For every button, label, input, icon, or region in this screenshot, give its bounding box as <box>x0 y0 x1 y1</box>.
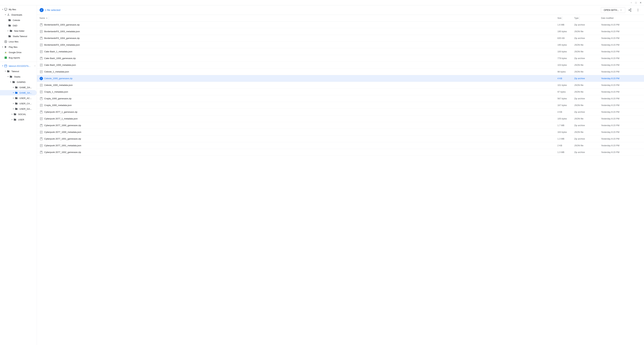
close-button[interactable]: ✕ <box>639 1 643 5</box>
svg-rect-17 <box>41 38 42 38</box>
sidebar-item-user-ga[interactable]: USER_GA... <box>0 106 37 112</box>
table-row[interactable]: Cyberpunk 2077_1002_gamesave.zip 1.3 MB … <box>37 149 644 156</box>
file-date: Yesterday 8:15 PM <box>601 24 634 26</box>
expand-linux-arrow <box>1 40 4 43</box>
col-type-header[interactable]: Type <box>574 16 601 20</box>
sidebar-item-stadia[interactable]: Stadia <box>0 74 37 79</box>
sidebar-item-user[interactable]: USER <box>0 117 37 122</box>
sidebar-item-takeout[interactable]: Takeout <box>0 68 37 74</box>
open-with-button[interactable]: OPEN WITH... <box>601 7 625 13</box>
file-type-icon <box>40 50 43 53</box>
sidebar-item-user-ca[interactable]: USER_CA... <box>0 101 37 106</box>
table-row[interactable]: Crayta_1000_metadata.json 167 bytes JSON… <box>37 102 644 109</box>
table-row[interactable]: Cyberpunk 2077_1_metadata.json 105 bytes… <box>37 116 644 122</box>
file-name-cell: Borderlands®3_1003_metadata.json <box>40 30 558 33</box>
sidebar-item-new-folder[interactable]: New folder <box>0 28 37 34</box>
table-row[interactable]: Crayta_1000_gamesave.zip 567 bytes Zip a… <box>37 95 644 102</box>
table-row[interactable]: Cyberpunk 2077_1_gamesave.zip 4 KB Zip a… <box>37 109 644 116</box>
linux-icon <box>4 40 8 43</box>
svg-rect-22 <box>41 58 42 58</box>
sidebar-item-gaming[interactable]: GAMING <box>0 79 37 85</box>
table-row[interactable]: Cake Bash_1000_gamesave.zip 779 bytes Zi… <box>37 55 644 62</box>
table-row[interactable]: Cyberpunk 2077_1001_gamesave.zip 1.3 MB … <box>37 136 644 142</box>
sidebar-item-bug-reports[interactable]: Bug reports <box>0 55 37 60</box>
sidebar-item-celeste[interactable]: Celeste <box>0 18 37 23</box>
sidebar-item-dd[interactable]: D&D <box>0 23 37 28</box>
file-name: Cyberpunk 2077_1002_gamesave.zip <box>44 151 81 154</box>
sidebar-item-takeout-archive[interactable]: takeout-20210202To... ↑ <box>0 63 37 68</box>
file-date: Yesterday 8:15 PM <box>601 64 634 66</box>
new-folder-icon <box>10 29 13 32</box>
file-name: Cyberpunk 2077_1_metadata.json <box>44 118 78 120</box>
table-row[interactable]: Borderlands®3_1003_gamesave.zip 1.6 MB Z… <box>37 22 644 28</box>
sidebar-item-play-files[interactable]: Play files <box>0 44 37 50</box>
user-ga-folder-icon <box>15 107 18 110</box>
expand-stadia-arrow <box>7 75 10 78</box>
sidebar-item-google-drive[interactable]: Google Drive <box>0 50 37 55</box>
file-size: 1.3 MB <box>558 138 574 140</box>
file-name-cell: Cyberpunk 2077_1_gamesave.zip <box>40 110 558 114</box>
sort-asc-icon <box>46 17 48 19</box>
file-type-icon <box>40 110 43 114</box>
file-date: Yesterday 8:15 PM <box>601 44 634 46</box>
expand-drive-arrow <box>1 51 4 54</box>
svg-rect-30 <box>41 98 42 99</box>
table-row[interactable]: Cyberpunk 2077_1000_gamesave.zip 1.7 MB … <box>37 122 644 129</box>
table-row[interactable]: Cyberpunk 2077_1000_metadata.json 163 by… <box>37 129 644 136</box>
svg-rect-0 <box>4 8 7 10</box>
svg-rect-37 <box>41 124 42 125</box>
table-row[interactable]: Cyberpunk 2077_1001_metadata.json 2 KB J… <box>37 142 644 149</box>
file-name-cell: Cyberpunk 2077_1000_metadata.json <box>40 130 558 134</box>
minimize-button[interactable]: − <box>629 1 633 5</box>
table-row[interactable]: Crayta_1_metadata.json 97 bytes JSON fil… <box>37 88 644 95</box>
sidebar-item-stadia-takeout[interactable]: Stadia Takeout <box>0 34 37 39</box>
file-name-cell: Cake Bash_1000_gamesave.zip <box>40 57 558 60</box>
col-size-header[interactable]: Size <box>558 16 574 20</box>
file-size: 163 bytes <box>558 131 574 133</box>
file-size: 101 bytes <box>558 84 574 86</box>
file-type: Zip archive <box>574 37 601 40</box>
table-row[interactable]: Cake Bash_1_metadata.json 100 bytes JSON… <box>37 48 644 55</box>
table-row[interactable]: Celeste_1_metadata.json 98 bytes JSON fi… <box>37 68 644 75</box>
file-date: Yesterday 8:15 PM <box>601 37 634 40</box>
sidebar-item-social[interactable]: SOCIAL <box>0 112 37 117</box>
share-button[interactable] <box>626 7 633 14</box>
maximize-button[interactable]: □ <box>634 1 638 5</box>
table-row[interactable]: Celeste_1000_metadata.json 101 bytes JSO… <box>37 82 644 88</box>
col-name-header[interactable]: Name <box>40 16 558 20</box>
table-row[interactable]: Cake Bash_1000_metadata.json 103 bytes J… <box>37 62 644 68</box>
svg-point-6 <box>630 8 631 10</box>
file-name-cell: Cake Bash_1_metadata.json <box>40 50 558 53</box>
file-type: Zip archive <box>574 111 601 113</box>
file-name-cell: Cake Bash_1000_metadata.json <box>40 64 558 67</box>
sidebar-item-downloads[interactable]: Downloads <box>0 12 37 18</box>
file-type: Zip archive <box>574 77 601 80</box>
col-date-header[interactable]: Date modified <box>601 17 634 19</box>
file-name: Cake Bash_1_metadata.json <box>44 50 72 53</box>
file-type: Zip archive <box>574 138 601 140</box>
sidebar-item-game-sa[interactable]: GAME_SA... <box>0 90 37 96</box>
file-type-icon <box>40 43 43 47</box>
sidebar-item-linux-files[interactable]: Linux files <box>0 39 37 44</box>
more-button[interactable] <box>634 7 641 14</box>
file-size: 97 bytes <box>558 90 574 93</box>
sidebar-item-my-files[interactable]: My files <box>0 7 37 12</box>
sidebar-item-game-da[interactable]: GAME_DA... <box>0 85 37 90</box>
sidebar-item-user-ac[interactable]: USER_AC... <box>0 96 37 101</box>
stadia-label: Stadia <box>14 76 36 78</box>
file-size: 167 bytes <box>558 104 574 106</box>
file-name-cell: Cyberpunk 2077_1000_gamesave.zip <box>40 124 558 127</box>
file-rows-container: Borderlands®3_1003_gamesave.zip 1.6 MB Z… <box>37 22 644 156</box>
file-type-icon <box>40 36 43 40</box>
stadia-folder-icon <box>10 75 13 78</box>
file-date: Yesterday 8:15 PM <box>601 50 634 53</box>
table-row[interactable]: Borderlands®3_1004_metadata.json 195 byt… <box>37 42 644 48</box>
table-row[interactable]: ✓ Celeste_1000_gamesave.zip 4 KB Zip arc… <box>37 75 644 82</box>
file-type-icon <box>40 57 43 60</box>
play-icon <box>4 45 8 49</box>
computer-icon <box>4 8 8 11</box>
table-row[interactable]: Borderlands®3_1004_gamesave.zip 635 KB Z… <box>37 35 644 42</box>
table-row[interactable]: Borderlands®3_1003_metadata.json 195 byt… <box>37 28 644 35</box>
file-name: Cake Bash_1000_metadata.json <box>44 64 76 66</box>
file-type-icon <box>40 64 43 67</box>
